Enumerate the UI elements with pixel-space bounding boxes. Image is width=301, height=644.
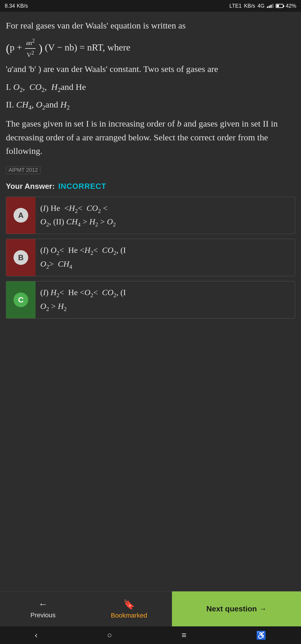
- answer-status: Your Answer: INCORRECT: [6, 182, 295, 191]
- home-system-button[interactable]: ○: [101, 628, 118, 642]
- option-b-line1: (I) O2< He <H2< CO2, (I: [40, 244, 126, 258]
- option-card-c[interactable]: C (I) H2< He <O2< CO2, (I O2 > H2: [6, 281, 295, 319]
- bookmarked-button[interactable]: 🔖 Bookmarked: [86, 591, 172, 626]
- option-label-b: B: [14, 250, 28, 265]
- option-card-b[interactable]: B (I) O2< He <H2< CO2, (I O2> CH4: [6, 239, 295, 276]
- carrier-label: LTE1: [229, 3, 242, 9]
- set2-line: II. CH4, O2and H2: [6, 98, 295, 112]
- equation-block: (p + an2 V2 ) (V − nb) = nRT, where: [6, 37, 295, 60]
- next-question-button[interactable]: Next question →: [172, 591, 301, 626]
- option-sidebar-b: B: [6, 239, 36, 276]
- battery-icon: [276, 4, 283, 8]
- source-tag: AIPMT 2012: [6, 166, 41, 174]
- option-sidebar-a: A: [6, 197, 36, 234]
- system-nav: ‹ ○ ≡ ♿: [0, 626, 301, 644]
- option-a-line2: O2, (II) CH4 > H2 > O2: [40, 215, 116, 229]
- option-label-a: A: [14, 208, 28, 223]
- option-card-a[interactable]: A (I) He <H2< CO2 < O2, (II) CH4 > H2 > …: [6, 197, 295, 234]
- status-left: 8.34 KB/s: [5, 3, 28, 9]
- answer-label: Your Answer:: [6, 182, 55, 191]
- previous-label: Previous: [30, 611, 56, 619]
- main-content: For real gases van der Waals' equation i…: [0, 12, 301, 382]
- option-a-line1: (I) He <H2< CO2 <: [40, 202, 116, 216]
- accessibility-system-button[interactable]: ♿: [250, 628, 272, 643]
- network-type: 4G: [257, 3, 265, 9]
- speed-left: 8.34: [5, 3, 15, 9]
- previous-button[interactable]: ← Previous: [0, 591, 86, 626]
- bottom-nav: ← Previous 🔖 Bookmarked Next question →: [0, 591, 301, 626]
- option-b-line2: O2> CH4: [40, 258, 126, 271]
- question-description: The gases given in set I is in increasin…: [6, 117, 295, 158]
- status-right: LTE1 KB/s 4G 42%: [229, 3, 296, 9]
- next-label: Next question →: [206, 604, 267, 613]
- bookmark-icon: 🔖: [123, 599, 135, 610]
- option-c-line1: (I) H2< He <O2< CO2, (I: [40, 286, 126, 300]
- fraction-an2v2: an2 V2: [25, 37, 36, 60]
- question-intro: For real gases van der Waals' equation i…: [6, 19, 295, 32]
- option-content-b: (I) O2< He <H2< CO2, (I O2> CH4: [36, 239, 131, 276]
- back-system-button[interactable]: ‹: [29, 628, 43, 642]
- option-sidebar-c: C: [6, 281, 36, 318]
- answer-value: INCORRECT: [58, 182, 106, 191]
- menu-system-button[interactable]: ≡: [176, 628, 192, 642]
- option-c-line2: O2 > H2: [40, 300, 126, 314]
- constants-desc: 'a'and 'b' ) are van der Waals' constant…: [6, 62, 295, 75]
- signal-bars: [267, 4, 273, 8]
- battery-percent: 42%: [286, 3, 296, 9]
- option-content-a: (I) He <H2< CO2 < O2, (II) CH4 > H2 > O2: [36, 197, 121, 234]
- speed-left-unit: KB/s: [17, 3, 28, 9]
- option-content-c: (I) H2< He <O2< CO2, (I O2 > H2: [36, 281, 131, 318]
- status-bar: 8.34 KB/s LTE1 KB/s 4G 42%: [0, 0, 301, 12]
- back-arrow-icon: ←: [38, 599, 48, 610]
- bookmarked-label: Bookmarked: [111, 612, 147, 619]
- option-label-c: C: [14, 292, 28, 307]
- set1-line: I. O2, CO2, H2and He: [6, 80, 295, 95]
- speed-right-unit: KB/s: [244, 3, 255, 9]
